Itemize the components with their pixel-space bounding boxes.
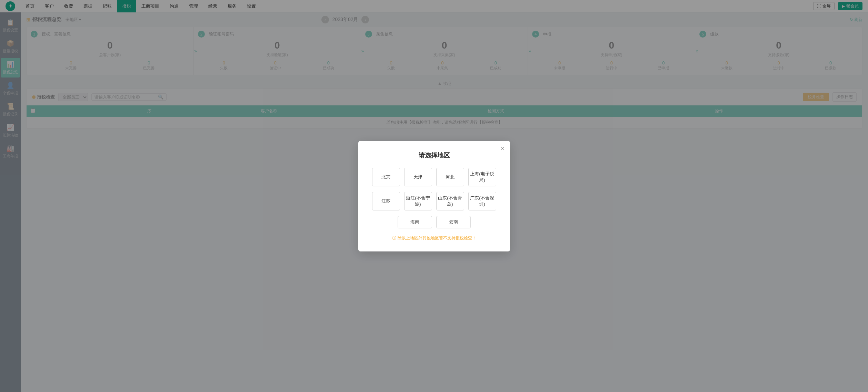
modal-warning: ⓘ 除以上地区外其他地区暂不支持报税检查！ <box>372 235 496 241</box>
region-btn-shanghai[interactable]: 上海(电子税局) <box>468 168 496 186</box>
region-grid-row3: 海南 云南 <box>372 216 496 228</box>
region-btn-zhejiang[interactable]: 浙江(不含宁波) <box>404 192 432 210</box>
modal-close-button[interactable]: × <box>501 145 505 152</box>
region-grid-row2: 江苏 浙江(不含宁波) 山东(不含青岛) 广东(不含深圳) <box>372 192 496 210</box>
warning-icon: ⓘ <box>392 235 396 241</box>
region-btn-shandong[interactable]: 山东(不含青岛) <box>436 192 464 210</box>
region-grid-row1: 北京 天津 河北 上海(电子税局) <box>372 168 496 186</box>
region-btn-jiangsu[interactable]: 江苏 <box>372 192 400 210</box>
region-select-modal: × 请选择地区 北京 天津 河北 上海(电子税局) 江苏 浙江(不含宁波) 山东… <box>358 141 510 251</box>
region-btn-yunnan[interactable]: 云南 <box>436 216 471 228</box>
modal-title: 请选择地区 <box>372 151 496 159</box>
warning-text: 除以上地区外其他地区暂不支持报税检查！ <box>398 235 476 241</box>
region-btn-hainan[interactable]: 海南 <box>398 216 432 228</box>
region-btn-guangdong[interactable]: 广东(不含深圳) <box>468 192 496 210</box>
modal-overlay[interactable]: × 请选择地区 北京 天津 河北 上海(电子税局) 江苏 浙江(不含宁波) 山东… <box>0 0 868 392</box>
region-btn-hebei[interactable]: 河北 <box>436 168 464 186</box>
region-btn-tianjin[interactable]: 天津 <box>404 168 432 186</box>
region-btn-beijing[interactable]: 北京 <box>372 168 400 186</box>
